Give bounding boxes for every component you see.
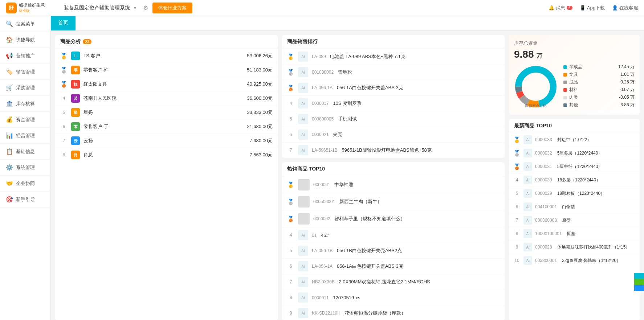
system-selector[interactable]: 装备及固定资产辅助管理系统 ▼ ⚙ — [64, 4, 148, 11]
mid-product-row[interactable]: 🥇 Ai LA-089 电池盖 LA-089 ABS本色+黑种 7.1克 — [282, 49, 505, 65]
customer-row[interactable]: 🥇 L LS 客户 53,006.26元 — [55, 49, 278, 63]
hot-product-row[interactable]: 6 Ai LA-056-1A 056-1A白色按键开关盖ABS 3克 — [282, 259, 505, 274]
sidebar-item-cooperation[interactable]: 🤝 企业协同 — [0, 176, 50, 192]
customer-name: 零售客户-于 — [83, 123, 243, 130]
product-info: 0000002 智利车子里（规格不知道填什么） — [313, 216, 500, 222]
donut-chart: 库存资金占比 — [514, 65, 558, 108]
new-product-row[interactable]: 4 Ai 0000030 18多层（1220*2440） — [509, 173, 640, 187]
online-service-item[interactable]: 👤 在线客服 — [612, 5, 638, 11]
legend-value: 12.45 万 — [618, 64, 635, 70]
hot-product-row[interactable]: 🥉 0000002 智利车子里（规格不知道填什么） — [282, 210, 505, 227]
customer-name: LS 客户 — [83, 53, 243, 59]
trial-button[interactable]: 体验行业方案 — [152, 3, 192, 13]
chart-label: 库存资金占比 — [514, 103, 558, 108]
product-name: 12070519-xs — [333, 295, 360, 300]
purchase-icon: 🛒 — [6, 84, 13, 91]
new-product-name: 原垄 — [562, 217, 571, 223]
content-area: 商品分析 22 🥇 L LS 客户 53,006.26元 🥈 零 零售客户-许 … — [51, 30, 644, 320]
service-community-btn[interactable]: 服务社区 — [634, 279, 644, 285]
customer-row[interactable]: 🥈 零 零售客户-许 51,183.00元 — [55, 63, 278, 77]
sidebar-item-sales[interactable]: 🏷️ 销售管理 — [0, 64, 50, 80]
new-product-row[interactable]: 🥈 Ai 0000032 5厘多层（1220*2440） — [509, 147, 640, 160]
new-product-row[interactable]: 8 Ai 10000100001 原垄 — [509, 227, 640, 241]
mid-product-row[interactable]: 6 Ai 0000021 夹壳 — [282, 127, 505, 143]
customer-amount: 51,183.00元 — [247, 67, 273, 73]
customer-amount: 7,680.00元 — [249, 138, 273, 144]
hot-product-row[interactable]: 5 Ai LA-056-1B 056-1B白色按键开关壳ABS2克 — [282, 243, 505, 259]
product-icon: Ai — [298, 230, 308, 240]
live-btn[interactable]: 直播 — [634, 285, 644, 291]
product-name: 手机测试 — [338, 116, 357, 122]
new-products-header: 最新商品 TOP10 — [509, 119, 640, 133]
gear-icon[interactable]: ⚙ — [143, 4, 148, 11]
hot-product-row[interactable]: 9 Ai KK-SD22110H 花语萌恒温分腿睡袋（厚款） — [282, 305, 505, 320]
sidebar-item-purchase[interactable]: 🛒 采购管理 — [0, 80, 50, 96]
mid-product-row[interactable]: 5 Ai 000800005 手机测试 — [282, 111, 505, 127]
logo-text: 畅捷通好生意 标准版 — [19, 3, 45, 13]
rank-num: 7 — [513, 218, 521, 223]
new-product-code: 004100001 — [535, 204, 557, 209]
guide-icon: 🎯 — [6, 196, 13, 203]
notifications-item[interactable]: 🔔 消息 6 — [549, 5, 572, 11]
hot-product-row[interactable]: 🥈 000500001 新西兰牛肉（新牛） — [282, 193, 505, 210]
product-info: LA-089 电池盖 LA-089 ABS本色+黑种 7.1克 — [312, 53, 500, 60]
customer-row[interactable]: 7 云 云扬 7,680.00元 — [55, 134, 278, 148]
hot-product-row[interactable]: 8 Ai 0000011 12070519-xs — [282, 290, 505, 305]
sidebar-item-system[interactable]: ⚙️ 系统管理 — [0, 160, 50, 176]
legend-dot — [563, 88, 567, 92]
new-product-row[interactable]: 7 Ai 000800008 原垄 — [509, 214, 640, 227]
legend-name: 材料 — [569, 87, 618, 93]
new-products-card: 最新商品 TOP10 🥇 Ai 0000033 封边带（1.0*22） 🥈 Ai… — [509, 119, 640, 320]
inventory-header: 库存总资金 — [514, 40, 635, 46]
main-content: 首页 商品分析 22 🥇 L LS 客户 53,006.26元 🥈 零 零售客户… — [51, 16, 644, 320]
customer-amount: 36,600.00元 — [247, 95, 273, 102]
sidebar-item-guide[interactable]: 🎯 新手引导 — [0, 192, 50, 208]
tab-home[interactable]: 首页 — [51, 16, 76, 30]
rank-num: 5 — [287, 116, 294, 122]
new-product-code: 000800008 — [535, 218, 557, 223]
product-code: 0000021 — [312, 132, 329, 137]
sidebar-item-finance[interactable]: 💰 资金管理 — [0, 112, 50, 128]
top-customers-title: 商品分析 22 — [60, 38, 91, 45]
new-product-row[interactable]: 5 Ai 0000029 18颗粒板（1220*2440） — [509, 187, 640, 200]
service-hotline-btn[interactable]: 客服热线 — [634, 273, 644, 279]
new-product-row[interactable]: 6 Ai 004100001 白钢垫 — [509, 200, 640, 214]
sidebar-item-inventory[interactable]: 🏦 库存核算 — [0, 96, 50, 112]
new-product-row[interactable]: 10 Ai 003800001 22g鱼豆腐·烧烤味（1*12*20） — [509, 254, 640, 267]
hot-product-row[interactable]: 7 Ai NB2.0X30B 2.0X30MM双搓花轴,搓花直径2.1MM/RO… — [282, 274, 505, 290]
product-info: NB2.0X30B 2.0X30MM双搓花轴,搓花直径2.1MM/ROHS — [312, 279, 500, 285]
product-icon: Ai — [298, 277, 308, 287]
new-product-name: 5厘多层（1220*2440） — [557, 150, 603, 156]
product-name: 雪地靴 — [338, 69, 352, 75]
sidebar-item-operations[interactable]: 📊 经营管理 — [0, 128, 50, 144]
sidebar-item-base-info[interactable]: 📋 基础信息 — [0, 144, 50, 160]
customer-row[interactable]: 🥉 红 红太阳文具 40,925.00元 — [55, 77, 278, 91]
hot-product-row[interactable]: 4 Ai 01 45# — [282, 227, 505, 243]
sidebar-item-quick-nav[interactable]: 🏠 快捷导航 — [0, 32, 50, 48]
mid-product-row[interactable]: 🥉 Ai LA-056-1A 056-1A白色按键开关盖ABS 3克 — [282, 80, 505, 96]
sidebar-item-marketing[interactable]: 📢 营销推广 — [0, 48, 50, 64]
new-product-row[interactable]: 🥉 Ai 0000031 5厘中纤（1220*2440） — [509, 160, 640, 173]
service-icon: 👤 — [612, 5, 618, 11]
customer-avatar: 零 — [71, 122, 80, 131]
mid-product-row[interactable]: 4 Ai 0000017 10S 变刮罗浆 — [282, 96, 505, 111]
legend-item: 肉类 -0.05 万 — [563, 94, 635, 100]
sidebar-item-search[interactable]: 🔍 搜索菜单 — [0, 16, 50, 32]
hot-product-row[interactable]: 🥇 0000001 中华神雕 — [282, 176, 505, 193]
app-download-item[interactable]: 📱 App下载 — [580, 5, 605, 11]
customer-avatar: 云 — [71, 136, 80, 145]
legend-name: 其他 — [569, 102, 617, 108]
product-icon: Ai — [523, 243, 532, 251]
new-product-row[interactable]: 9 Ai 0000028 体焕嘉枝味苏打饮品400毫升（1*15） — [509, 241, 640, 254]
customer-row[interactable]: 6 零 零售客户-于 21,680.00元 — [55, 120, 278, 134]
mid-product-row[interactable]: 7 Ai LA-59651-1B 59651-1B旋转投影灯电池盒ABS黑色+5… — [282, 143, 505, 158]
customer-row[interactable]: 5 星 星扬 33,333.00元 — [55, 106, 278, 120]
customer-row[interactable]: 8 肖 肖总 7,563.00元 — [55, 148, 278, 162]
product-code: 000800005 — [312, 116, 334, 122]
mid-product-row[interactable]: 🥈 Ai 001000002 雪地靴 — [282, 65, 505, 80]
inventory-chart-area: 库存资金占比 半成品 12.45 万 文具 1.01 万 成品 0.25 万 材… — [514, 64, 635, 110]
customer-row[interactable]: 4 苦 苍南县人民医院 36,600.00元 — [55, 91, 278, 106]
chevron-down-icon[interactable]: ▼ — [133, 5, 137, 11]
inventory-summary-card: 库存总资金 9.88 万 — [509, 35, 640, 115]
new-product-row[interactable]: 🥇 Ai 0000033 封边带（1.0*22） — [509, 133, 640, 147]
